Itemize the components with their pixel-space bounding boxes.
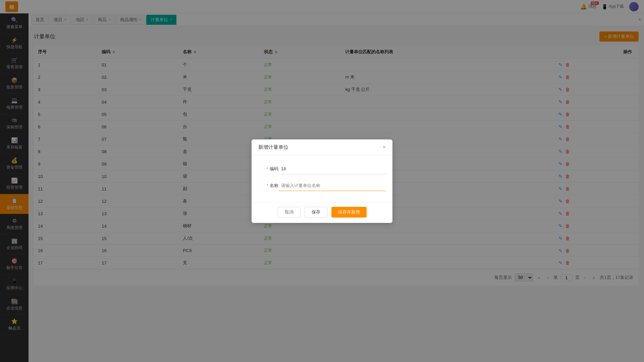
add-unit-modal: 新增计量单位 × *编码 *名称 取消 保存 保存并新增 bbox=[252, 139, 392, 223]
modal-title: 新增计量单位 bbox=[258, 144, 288, 150]
modal-header: 新增计量单位 × bbox=[252, 139, 392, 156]
cancel-button[interactable]: 取消 bbox=[278, 207, 301, 218]
name-required: * bbox=[267, 183, 268, 188]
save-and-add-button[interactable]: 保存并新增 bbox=[331, 207, 367, 218]
modal-footer: 取消 保存 保存并新增 bbox=[252, 202, 392, 223]
form-item-code: *编码 bbox=[258, 164, 386, 174]
modal-overlay[interactable]: 新增计量单位 × *编码 *名称 取消 保存 保存并新增 bbox=[0, 0, 644, 362]
form-item-name: *名称 bbox=[258, 180, 386, 191]
code-input[interactable] bbox=[278, 164, 386, 174]
modal-close-button[interactable]: × bbox=[383, 144, 386, 150]
modal-body: *编码 *名称 bbox=[252, 156, 392, 202]
save-button[interactable]: 保存 bbox=[305, 207, 327, 218]
name-input[interactable] bbox=[278, 180, 386, 191]
code-required: * bbox=[267, 166, 268, 171]
name-label: *名称 bbox=[258, 183, 278, 189]
code-label: *编码 bbox=[258, 166, 278, 172]
